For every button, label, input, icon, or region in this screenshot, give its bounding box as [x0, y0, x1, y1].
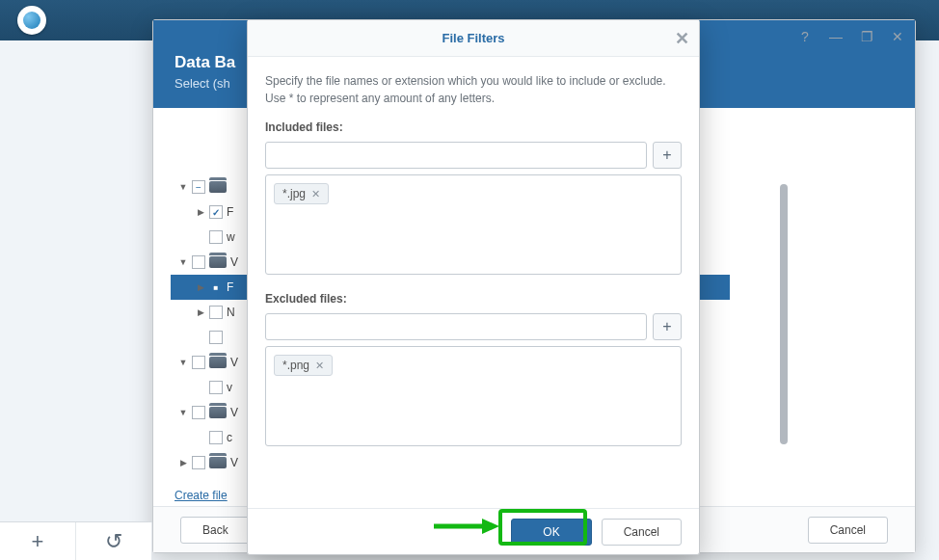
tree-label: F [227, 205, 233, 219]
expand-arrow-icon[interactable]: ▶ [178, 458, 188, 467]
tree-label: V [230, 356, 238, 369]
remove-tag-icon[interactable]: ✕ [315, 360, 324, 372]
tree-checkbox[interactable] [209, 331, 223, 344]
dsm-logo-icon[interactable] [17, 6, 46, 35]
tree-checkbox[interactable] [209, 205, 223, 219]
expand-arrow-icon[interactable]: ▼ [178, 182, 188, 192]
tree-label: w [227, 230, 235, 244]
maximize-icon[interactable]: ❐ [855, 26, 878, 47]
add-excluded-button[interactable]: + [653, 313, 682, 340]
tree-checkbox[interactable] [209, 431, 223, 444]
dialog-body: Specify the file names or extension whic… [248, 57, 699, 508]
included-tag[interactable]: *.jpg ✕ [274, 183, 329, 204]
included-files-label: Included files: [265, 120, 682, 134]
volume-icon [209, 407, 227, 418]
ok-button[interactable]: OK [511, 519, 591, 546]
tree-checkbox[interactable] [192, 406, 205, 419]
scrollbar[interactable] [780, 184, 788, 444]
tree-label: F [227, 280, 233, 294]
tag-label: *.png [282, 359, 309, 372]
expand-arrow-icon[interactable]: ▶ [196, 282, 205, 292]
help-icon[interactable]: ? [793, 26, 817, 47]
tree-checkbox[interactable] [192, 356, 205, 369]
tree-checkbox[interactable] [192, 180, 205, 194]
expand-arrow-icon[interactable]: ▶ [196, 307, 205, 317]
tree-label: v [227, 381, 232, 394]
excluded-tag[interactable]: *.png ✕ [274, 355, 333, 376]
add-task-button[interactable]: + [0, 522, 76, 560]
close-icon[interactable]: ✕ [886, 26, 909, 47]
dialog-footer: OK Cancel [248, 508, 699, 554]
excluded-files-tagbox[interactable]: *.png ✕ [265, 346, 682, 446]
back-button[interactable]: Back [180, 517, 251, 544]
left-toolbar: + ↺ [0, 521, 152, 560]
file-filters-dialog: File Filters ✕ Specify the file names or… [247, 19, 700, 555]
excluded-files-label: Excluded files: [265, 292, 682, 306]
tree-checkbox[interactable] [209, 306, 223, 319]
tree-checkbox[interactable] [192, 456, 205, 469]
dialog-cancel-button[interactable]: Cancel [602, 519, 682, 546]
tree-label: c [227, 431, 232, 444]
window-controls: ? — ❐ ✕ [793, 26, 909, 47]
dialog-close-icon[interactable]: ✕ [675, 28, 689, 49]
tree-label: N [227, 306, 235, 319]
expand-arrow-icon[interactable]: ▼ [178, 358, 188, 367]
volume-icon [209, 357, 227, 368]
tree-checkbox[interactable] [209, 230, 223, 244]
expand-arrow-icon[interactable]: ▼ [178, 257, 188, 267]
included-files-input[interactable] [265, 142, 647, 169]
dialog-title: File Filters [442, 31, 504, 45]
tree-checkbox[interactable] [209, 381, 223, 394]
tree-label: V [230, 406, 238, 419]
create-file-filter-link[interactable]: Create file [174, 489, 228, 502]
dialog-description: Specify the file names or extension whic… [265, 72, 682, 107]
tree-checkbox[interactable] [209, 280, 223, 294]
excluded-files-input[interactable] [265, 313, 647, 340]
tree-label: V [230, 255, 238, 269]
dialog-titlebar: File Filters ✕ [248, 20, 699, 57]
cancel-button[interactable]: Cancel [808, 517, 888, 544]
volume-icon [209, 256, 227, 268]
tree-label: V [230, 456, 238, 469]
add-included-button[interactable]: + [653, 142, 682, 169]
volume-icon [209, 181, 227, 193]
expand-arrow-icon[interactable]: ▶ [196, 207, 205, 217]
remove-tag-icon[interactable]: ✕ [311, 188, 320, 200]
tag-label: *.jpg [282, 187, 306, 200]
tree-checkbox[interactable] [192, 255, 205, 269]
expand-arrow-icon[interactable]: ▼ [178, 408, 188, 417]
included-files-tagbox[interactable]: *.jpg ✕ [265, 174, 682, 275]
volume-icon [209, 457, 227, 468]
minimize-icon[interactable]: — [824, 26, 847, 47]
history-button[interactable]: ↺ [76, 522, 152, 560]
